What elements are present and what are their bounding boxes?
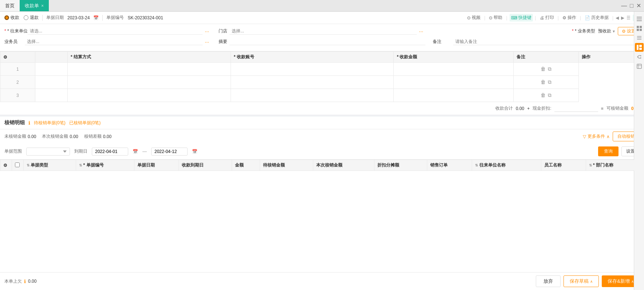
bt-gear-header[interactable]: ⚙ [0, 160, 12, 171]
pending-tab-link[interactable]: 待核销单据(0笔) [34, 120, 66, 126]
nav-prev-icon[interactable]: ◀ [616, 15, 619, 20]
video-btn[interactable]: ⊙ 视频 [466, 14, 482, 21]
date-from-input[interactable] [92, 148, 128, 156]
calendar-from-icon[interactable]: 📅 [133, 149, 138, 154]
summary-input[interactable] [229, 38, 425, 45]
sidebar-icon-5[interactable] [635, 52, 644, 61]
partner-input[interactable] [28, 28, 203, 35]
maximize-icon[interactable]: □ [630, 3, 633, 9]
row-2-remark-input[interactable] [394, 76, 513, 89]
form-row-1: * 往来单位 ··· 门店 ··· * 业务类型 预收款 ▾ ⚙ 设置 [4, 27, 640, 35]
history-btn[interactable]: 📄 历史单据 [583, 14, 610, 21]
row-2-account-input[interactable] [68, 76, 231, 89]
tab-close-icon[interactable]: × [41, 3, 44, 8]
row-3-remark[interactable] [394, 89, 513, 102]
row-3-amount[interactable] [231, 89, 394, 102]
staff-more-btn[interactable]: ··· [203, 39, 211, 45]
staff-input[interactable] [25, 38, 203, 45]
tab-receipt[interactable]: 收款单 × [20, 0, 49, 11]
bottom-table: ⚙ ⇅ 单据类型 ⇅ * 单据编号 单据日期 [0, 160, 644, 171]
table-gear-header[interactable]: ⚙ [0, 52, 35, 63]
operation-btn[interactable]: ⚙ 操作 [561, 14, 578, 21]
tab-home[interactable]: 首页 [0, 0, 20, 11]
range-select[interactable] [26, 148, 70, 156]
row-2-payment[interactable] [35, 76, 68, 89]
row-2-amount[interactable] [231, 76, 394, 89]
close-icon[interactable]: ✕ [636, 2, 641, 9]
number-value: SK-20230324-001 [127, 15, 163, 20]
bt-checkbox-header[interactable] [12, 160, 24, 171]
row-1-remark-input[interactable] [394, 63, 513, 75]
row-3-payment-input[interactable] [35, 89, 68, 102]
verification-info-icon[interactable]: ℹ [28, 120, 30, 126]
sidebar-icon-4[interactable] [635, 43, 644, 52]
draft-button[interactable]: 保存草稿 ∧ [564, 275, 599, 287]
row-1-remark[interactable] [394, 63, 513, 76]
done-tab-link[interactable]: 已核销单据(0笔) [69, 120, 101, 126]
range-label: 单据范围 [4, 148, 22, 154]
abandon-button[interactable]: 放弃 [536, 275, 561, 287]
partner-label: * 往来单位 [4, 28, 28, 34]
row-1-payment-input[interactable] [35, 63, 68, 75]
row-1-account[interactable] [68, 63, 231, 76]
nav-next-icon[interactable]: ▶ [621, 15, 624, 20]
row-1-amount[interactable] [231, 63, 394, 76]
more-conditions-btn[interactable]: ▽ 更多条件 ∧ [583, 133, 610, 140]
bottom-table-section: ⚙ ⇅ 单据类型 ⇅ * 单据编号 单据日期 [0, 160, 644, 272]
row-1-payment[interactable] [35, 63, 68, 76]
sidebar-icon-6[interactable] [635, 62, 644, 71]
row-1-delete-icon[interactable]: 🗑 [541, 66, 546, 72]
row-3-copy-icon[interactable]: ⧉ [548, 92, 551, 98]
row-3-delete-icon[interactable]: 🗑 [541, 92, 546, 98]
business-type-field: * 业务类型 预收款 ▾ ⚙ 设置 [433, 27, 640, 35]
row-2-payment-input[interactable] [35, 76, 68, 89]
shortcut-icon: ⌨ [511, 15, 517, 20]
radio-receipt[interactable]: 收款 [4, 15, 19, 21]
print-btn[interactable]: 🖨 打印 [538, 14, 555, 21]
row-1-amount-input[interactable] [231, 63, 394, 75]
bt-gear-icon[interactable]: ⚙ [3, 163, 7, 168]
shortcut-btn[interactable]: ⌨ 快捷键 [510, 14, 533, 21]
diff-value: 0.00 [103, 134, 111, 139]
row-1-actions: 🗑 ⧉ [513, 63, 578, 76]
date-to-input[interactable] [151, 148, 188, 156]
gear-icon[interactable]: ⚙ [3, 55, 7, 60]
sidebar-icon-3[interactable] [635, 34, 644, 42]
footer-info-icon[interactable]: ℹ [24, 279, 26, 284]
row-1-account-input[interactable] [68, 63, 231, 75]
row-2-copy-icon[interactable]: ⧉ [548, 79, 551, 85]
sidebar-icon-2[interactable] [635, 24, 644, 33]
business-type-value: 预收款 [595, 28, 611, 34]
calendar-to-icon[interactable]: 📅 [192, 149, 197, 154]
row-3-remark-input[interactable] [394, 89, 513, 102]
store-input[interactable] [229, 28, 417, 35]
query-button[interactable]: 查询 [598, 146, 619, 156]
partner-more-btn[interactable]: ··· [203, 28, 211, 34]
bt-discount-header: 折扣分摊额 [374, 160, 427, 171]
svg-rect-2 [637, 20, 642, 21]
discount-label: 现金折扣: [533, 105, 551, 111]
row-1-copy-icon[interactable]: ⧉ [548, 66, 551, 72]
footer-right: 放弃 保存草稿 ∧ 保存&新增 ∧ [536, 275, 640, 287]
remark-input[interactable] [453, 38, 640, 45]
row-2-account[interactable] [68, 76, 231, 89]
row-3-account[interactable] [68, 89, 231, 102]
row-3-amount-input[interactable] [231, 89, 394, 102]
business-type-dropdown-icon[interactable]: ▾ [613, 29, 615, 34]
row-2-remark[interactable] [394, 76, 513, 89]
select-all-checkbox[interactable] [15, 162, 20, 167]
minimize-icon[interactable]: — [621, 3, 627, 9]
row-2-delete-icon[interactable]: 🗑 [541, 79, 546, 85]
list-view-icon[interactable]: ☰ [627, 15, 631, 20]
row-2-amount-input[interactable] [231, 76, 394, 89]
row-3-account-input[interactable] [68, 89, 231, 102]
radio-refund[interactable]: 退款 [24, 15, 39, 21]
sidebar-icon-1[interactable] [635, 15, 644, 23]
calendar-icon[interactable]: 📅 [93, 15, 99, 20]
store-more-btn[interactable]: ··· [417, 28, 425, 34]
row-3-payment[interactable] [35, 89, 68, 102]
help-btn[interactable]: ⊙ 帮助 [487, 14, 504, 21]
number-label: 单据编号 [106, 15, 124, 21]
discount-input[interactable] [554, 105, 598, 112]
date-value: 2023-03-24 [67, 15, 90, 20]
